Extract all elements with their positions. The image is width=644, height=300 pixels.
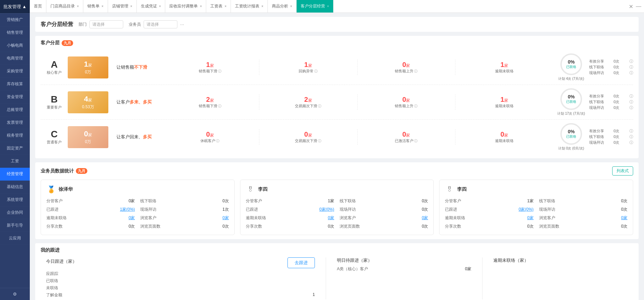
right-stat-info-icon[interactable]: ⓘ bbox=[629, 140, 633, 145]
medal-icon: 🏅 bbox=[47, 185, 56, 193]
sidebar-item-新手引导[interactable]: 新手引导 bbox=[0, 219, 30, 232]
list-view-button[interactable]: 列表式 bbox=[612, 166, 633, 176]
biz-stat-row: 分享次数 0次 bbox=[46, 223, 135, 230]
go-follow-button[interactable]: 去跟进 bbox=[287, 257, 315, 268]
sidebar-item-总账管理[interactable]: 总账管理 bbox=[0, 103, 30, 116]
tier-rows: A 核心客户 1家 0万 让销售额不下滑 1家 销售额下滑ⓘ 1家 回购异常ⓘ … bbox=[41, 50, 633, 154]
tab-bar: 首页门店商品目录×销售单×店铺管理×生成凭证×应收应付调整单×工资表×工资统计报… bbox=[30, 0, 644, 13]
tier-stats-B: 2家 销售额下滑ⓘ 2家 交易频次下滑ⓘ 0家 销售额上升ⓘ 1家 逾期未联络 bbox=[161, 94, 553, 110]
sidebar-title: 批发管理 bbox=[3, 4, 21, 10]
biz-stat-row: 分享次数 0次 bbox=[246, 223, 334, 230]
sidebar-top[interactable]: 批发管理 ▲ bbox=[0, 0, 30, 14]
tab-close-icon[interactable]: × bbox=[159, 4, 161, 8]
tier-stat: 1家 逾期未联络 bbox=[455, 94, 553, 110]
tier-count-box-B: 4家 0.53万 bbox=[68, 91, 108, 113]
right-stat-info-icon[interactable]: ⓘ bbox=[629, 129, 633, 134]
right-stat-info-icon[interactable]: ⓘ bbox=[629, 134, 633, 139]
tab-close-icon[interactable]: × bbox=[130, 4, 132, 8]
page-header: 客户分层经营 部门 请选择 业务员 请选择 ··· bbox=[35, 17, 639, 32]
tab-销售单[interactable]: 销售单× bbox=[83, 0, 108, 13]
tab-工资表[interactable]: 工资表× bbox=[206, 0, 231, 13]
biz-stat-row: 线下联络 0次 bbox=[539, 198, 627, 205]
follow-tomorrow-key: A类（核心）客户 bbox=[337, 266, 368, 272]
sidebar-item-固定资产[interactable]: 固定资产 bbox=[0, 142, 30, 155]
sidebar-item-系统管理[interactable]: 系统管理 bbox=[0, 193, 30, 206]
sidebar-item-云应用[interactable]: 云应用 bbox=[0, 232, 30, 245]
biz-stat-row: 线下联络 0次 bbox=[340, 198, 428, 205]
biz-stat-row: 现场拜访 0次 bbox=[539, 206, 627, 213]
biz-stat-row: 浏览客户 0家 bbox=[340, 214, 428, 222]
right-stat-info-icon[interactable]: ⓘ bbox=[629, 105, 633, 110]
close-window-icon[interactable]: ✕ bbox=[629, 3, 633, 10]
sidebar-item-基础信息[interactable]: 基础信息 bbox=[0, 181, 30, 193]
follow-stat-val: 1 bbox=[313, 292, 315, 298]
biz-section-title: 业务员数据统计 九月 bbox=[41, 168, 87, 174]
biz-stat-row: 浏览客户 0家 bbox=[140, 214, 229, 222]
right-stat-row: 有效分享 0次 ⓘ bbox=[589, 59, 633, 64]
tab-close-icon[interactable]: × bbox=[200, 4, 202, 8]
dept-filter: 部门 请选择 bbox=[79, 20, 123, 28]
right-stat-info-icon[interactable]: ⓘ bbox=[629, 70, 633, 75]
sidebar-item-资金管理[interactable]: 资金管理 bbox=[0, 91, 30, 103]
right-stat-row: 线下联络 0次 ⓘ bbox=[589, 65, 633, 70]
sidebar-item-工资[interactable]: 工资 bbox=[0, 155, 30, 168]
follow-title: 我的跟进 bbox=[41, 247, 633, 253]
tier-stat: 0家 逾期未联络 bbox=[455, 129, 553, 145]
tab-商品分析[interactable]: 商品分析× bbox=[268, 0, 297, 13]
biz-card-header: 🏅 徐泽华 bbox=[46, 185, 229, 194]
right-stat-info-icon[interactable]: ⓘ bbox=[629, 59, 633, 64]
right-stat-info-icon[interactable]: ⓘ bbox=[629, 99, 633, 105]
tab-close-icon[interactable]: × bbox=[77, 4, 79, 8]
tab-bar-actions: ✕ — bbox=[629, 0, 644, 13]
tab-店铺管理[interactable]: 店铺管理× bbox=[108, 0, 137, 13]
biz-header: 业务员数据统计 九月 列表式 bbox=[41, 166, 633, 176]
tier-count-box-C: 0家 0万 bbox=[68, 126, 108, 148]
page-title: 客户分层经营 bbox=[41, 21, 73, 28]
sidebar-item-电商管理[interactable]: 电商管理 bbox=[0, 52, 30, 65]
sidebar-item-营销推广[interactable]: 营销推广 bbox=[0, 14, 30, 26]
biz-month-badge: 九月 bbox=[76, 168, 87, 174]
tab-客户分层经营[interactable]: 客户分层经营× bbox=[297, 0, 334, 13]
tab-生成凭证[interactable]: 生成凭证× bbox=[137, 0, 166, 13]
sidebar-settings[interactable]: ⚙ bbox=[0, 288, 30, 300]
tab-首页[interactable]: 首页 bbox=[30, 0, 46, 13]
right-stat-row: 现场拜访 0次 ⓘ bbox=[589, 140, 633, 145]
tab-门店商品目录[interactable]: 门店商品目录× bbox=[46, 0, 83, 13]
biz-name-0: 徐泽华 bbox=[59, 186, 73, 192]
sidebar-item-发票管理[interactable]: 发票管理 bbox=[0, 116, 30, 129]
tab-close-icon[interactable]: × bbox=[290, 4, 292, 8]
staff-select[interactable]: 请选择 bbox=[144, 20, 177, 28]
sidebar-item-企业协同[interactable]: 企业协同 bbox=[0, 206, 30, 219]
biz-stat-row: 现场拜访 1次 bbox=[140, 206, 229, 213]
tab-close-icon[interactable]: × bbox=[224, 4, 227, 8]
right-stat-info-icon[interactable]: ⓘ bbox=[629, 94, 633, 99]
sidebar-item-库存核算[interactable]: 库存核算 bbox=[0, 78, 30, 91]
tier-stat: 0家 销售额上升ⓘ bbox=[358, 60, 456, 75]
sidebar-item-采购管理[interactable]: 采购管理 bbox=[0, 65, 30, 78]
biz-section: 业务员数据统计 九月 列表式 🏅 徐泽华 分管客户 0家 线下联络 0次 已跟进… bbox=[35, 162, 639, 239]
follow-tomorrow-title: 明日待跟进（家） bbox=[337, 257, 471, 263]
tier-stat: 0家 销售额上升ⓘ bbox=[358, 94, 456, 110]
filter-more-icon[interactable]: ··· bbox=[180, 22, 184, 27]
follow-stat-key: 未联络 bbox=[46, 285, 58, 291]
biz-avatar-2: 🎖 bbox=[445, 185, 454, 194]
follow-tomorrow-row: A类（核心）客户 0家 bbox=[337, 266, 471, 272]
sidebar-item-小畅电商[interactable]: 小畅电商 bbox=[0, 39, 30, 52]
sidebar-item-销售管理[interactable]: 销售管理 bbox=[0, 26, 30, 39]
biz-stat-row: 已跟进 0家(0%) bbox=[246, 206, 334, 213]
follow-today-col: 今日跟进（家） 去跟进 应跟踪 已联络 未联络 bbox=[41, 257, 320, 299]
tab-close-icon[interactable]: × bbox=[327, 4, 329, 8]
biz-stat-row: 分管客户 1家 bbox=[246, 198, 334, 205]
minus-window-icon[interactable]: — bbox=[636, 3, 641, 9]
follow-stat-row: 未联络 bbox=[46, 285, 315, 291]
sidebar-item-税务管理[interactable]: 税务管理 bbox=[0, 129, 30, 142]
tier-row-A: A 核心客户 1家 0万 让销售额不下滑 1家 销售额下滑ⓘ 1家 回购异常ⓘ … bbox=[41, 50, 633, 85]
tab-close-icon[interactable]: × bbox=[261, 4, 263, 8]
dept-select[interactable]: 请选择 bbox=[89, 20, 123, 28]
tab-close-icon[interactable]: × bbox=[102, 4, 104, 8]
biz-avatar-1: 🎖 bbox=[246, 185, 255, 194]
right-stat-info-icon[interactable]: ⓘ bbox=[629, 65, 633, 70]
tab-应收应付调整单[interactable]: 应收应付调整单× bbox=[165, 0, 206, 13]
sidebar-item-经营管理[interactable]: 经营管理 bbox=[0, 168, 30, 181]
tab-工资统计报表[interactable]: 工资统计报表× bbox=[231, 0, 268, 13]
